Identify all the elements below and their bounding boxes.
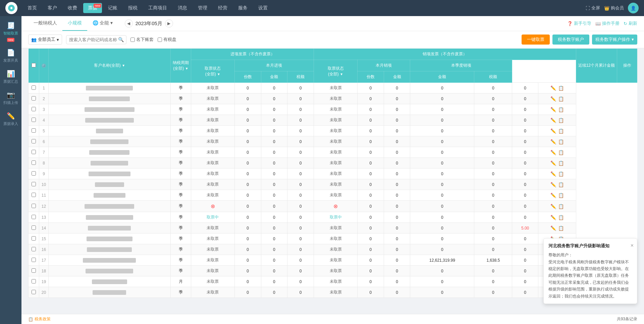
edit-icon[interactable]: ✏️: [550, 150, 556, 155]
edit-icon[interactable]: ✏️: [550, 96, 556, 102]
notification-close-btn[interactable]: ×: [631, 241, 634, 250]
edit-icon[interactable]: ✏️: [550, 118, 556, 123]
refresh-btn[interactable]: ↻ 刷新: [624, 20, 637, 26]
edit-icon[interactable]: ✏️: [550, 107, 556, 112]
user-avatar[interactable]: 👤: [628, 3, 639, 13]
edit-icon[interactable]: ✏️: [550, 225, 556, 231]
nav-invoice[interactable]: 票据 new: [83, 3, 102, 13]
row-checkbox[interactable]: [32, 193, 36, 197]
edit-icon[interactable]: ✏️: [550, 204, 556, 209]
row-checkbox[interactable]: [32, 128, 36, 133]
nav-tax[interactable]: 报税: [123, 3, 142, 13]
row-checkbox[interactable]: [32, 139, 36, 143]
next-period-btn[interactable]: ▶: [165, 19, 173, 27]
manual-btn[interactable]: 📖 操作手册: [595, 20, 620, 26]
edit-icon[interactable]: ✏️: [550, 171, 556, 177]
row-checkbox[interactable]: [32, 215, 36, 219]
row-checkbox[interactable]: [32, 225, 36, 230]
copy-icon[interactable]: 📋: [558, 128, 564, 134]
nav-business[interactable]: 工商项目: [144, 3, 172, 13]
tab-general-taxpayer[interactable]: 一般纳税人: [28, 16, 62, 31]
edit-icon[interactable]: ✏️: [550, 193, 556, 198]
nav-settings[interactable]: 设置: [254, 3, 272, 13]
sidebar-item-open-invoice[interactable]: 📄 发票开具: [0, 46, 21, 66]
nav-service[interactable]: 服务: [233, 3, 252, 13]
taxdisk-checkbox-label[interactable]: 有税盘: [158, 37, 176, 43]
row-checkbox[interactable]: [32, 118, 36, 122]
copy-icon[interactable]: 📋: [558, 215, 564, 220]
edit-icon[interactable]: ✏️: [550, 128, 556, 134]
row-checkbox[interactable]: [32, 85, 36, 90]
sidebar-item-scan[interactable]: 📷 扫描上传: [0, 88, 21, 108]
edit-icon[interactable]: ✏️: [550, 160, 556, 166]
copy-icon[interactable]: 📋: [558, 85, 564, 91]
action-icons-group: ✏️ 📋: [540, 96, 574, 102]
status-untaken: 未取票: [207, 118, 219, 122]
tab-small-scale[interactable]: 小规模: [62, 16, 87, 31]
cumulative-cell: 5.00: [512, 223, 538, 234]
digital-account-btn[interactable]: 税务数字账户: [552, 35, 589, 45]
fullscreen-btn[interactable]: ⛶ 全屏: [586, 5, 600, 11]
staff-filter[interactable]: 👥 全部员工 ▾: [28, 35, 62, 45]
search-input[interactable]: [66, 35, 126, 44]
sidebar-item-summary[interactable]: 📊 票据汇总: [0, 67, 21, 87]
copy-icon[interactable]: 📋: [558, 118, 564, 123]
col-monthly-incoming: 本月进项: [234, 60, 314, 71]
app-logo[interactable]: [5, 2, 17, 14]
copy-icon[interactable]: 📋: [558, 150, 564, 155]
copy-icon[interactable]: 📋: [558, 96, 564, 102]
copy-icon[interactable]: 📋: [558, 160, 564, 166]
copy-icon[interactable]: 📋: [558, 171, 564, 177]
one-click-invoice-btn[interactable]: 一键取票: [522, 35, 550, 45]
nav-home[interactable]: 首页: [23, 3, 42, 13]
new-guide-btn[interactable]: ❓ 新手引导: [567, 20, 591, 26]
row-checkbox[interactable]: [32, 96, 36, 101]
underaccount-checkbox-label[interactable]: 名下账套: [130, 37, 154, 43]
row-checkbox[interactable]: [32, 107, 36, 111]
underaccount-checkbox[interactable]: [130, 38, 135, 42]
copy-icon[interactable]: 📋: [558, 193, 564, 198]
row-checkbox[interactable]: [32, 160, 36, 165]
sidebar-item-entry[interactable]: ✏️ 票据录入: [0, 109, 21, 129]
edit-icon[interactable]: ✏️: [550, 215, 556, 220]
col-action: 操作: [617, 49, 637, 83]
taxdisk-checkbox[interactable]: [158, 38, 162, 42]
row-checkbox[interactable]: [32, 182, 36, 186]
row-checkbox[interactable]: [32, 268, 36, 273]
action-cell: ✏️ 📋: [538, 190, 576, 201]
prev-period-btn[interactable]: ◀: [125, 19, 133, 27]
nav-bookkeeping[interactable]: 记账: [103, 3, 122, 13]
membership-btn[interactable]: 👑 购会员: [604, 5, 624, 11]
copy-icon[interactable]: 📋: [558, 107, 564, 112]
row-checkbox[interactable]: [32, 171, 36, 176]
edit-icon[interactable]: ✏️: [550, 182, 556, 187]
row-checkbox[interactable]: [32, 204, 36, 208]
sidebar-item-smart-invoice[interactable]: 🧾 智能取票 new: [0, 19, 21, 45]
nav-operation[interactable]: 经营: [213, 3, 232, 13]
copy-icon[interactable]: 📋: [558, 139, 564, 144]
search-icon[interactable]: 🔍: [118, 37, 124, 42]
row-checkbox[interactable]: [32, 258, 36, 262]
copy-icon[interactable]: 📋: [558, 225, 564, 231]
select-all-checkbox[interactable]: [32, 63, 36, 67]
nav-customer[interactable]: 客户: [43, 3, 62, 13]
nav-billing[interactable]: 收费: [63, 3, 82, 13]
copy-icon[interactable]: 📋: [558, 204, 564, 209]
status-untaken: 未取票: [207, 171, 219, 176]
tab-all-in-one[interactable]: 🌐 全能 ▾: [87, 16, 118, 31]
status-untaken: 未取票: [207, 160, 219, 165]
row-checkbox[interactable]: [32, 247, 36, 251]
tax-policy-link[interactable]: 📋 税务政策: [28, 316, 51, 322]
row-checkbox[interactable]: [32, 150, 36, 154]
row-checkbox[interactable]: [32, 290, 36, 294]
copy-icon[interactable]: 📋: [558, 182, 564, 187]
digital-account-ops-btn[interactable]: 税务数字账户操作 ▾: [592, 35, 637, 45]
nav-manage[interactable]: 管理: [193, 3, 212, 13]
in-amount-cell: 0: [261, 83, 287, 93]
edit-icon[interactable]: ✏️: [550, 139, 556, 144]
nav-message[interactable]: 消息: [173, 3, 192, 13]
action-icons-group: ✏️ 📋: [540, 171, 574, 177]
row-checkbox[interactable]: [32, 236, 36, 241]
edit-icon[interactable]: ✏️: [550, 85, 556, 91]
row-checkbox[interactable]: [32, 279, 36, 283]
